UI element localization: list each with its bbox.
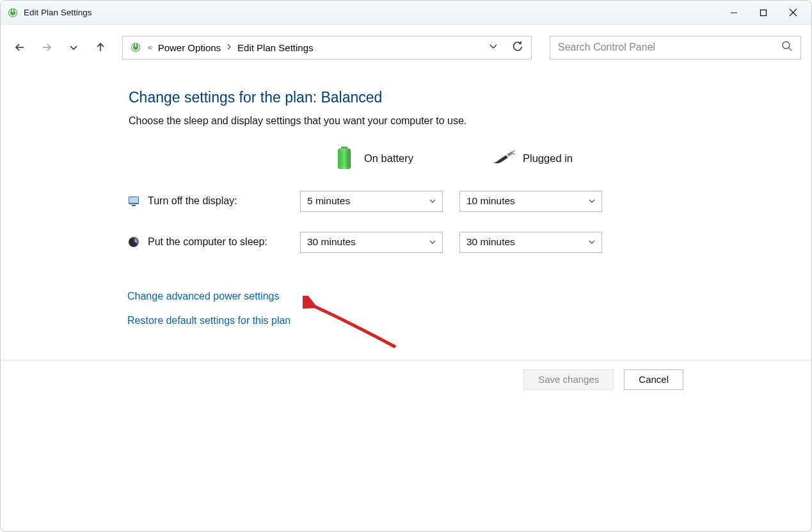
close-button[interactable] xyxy=(778,3,808,23)
nav-toolbar: « Power Options Edit Plan Settings xyxy=(1,25,811,70)
save-button[interactable]: Save changes xyxy=(523,369,614,390)
svg-line-12 xyxy=(789,48,792,51)
chevron-down-icon xyxy=(589,197,595,206)
dropdown-sleep-plugged-value: 30 minutes xyxy=(466,236,515,248)
dropdown-sleep-battery[interactable]: 30 minutes xyxy=(300,232,443,253)
display-icon xyxy=(127,195,140,207)
svg-rect-3 xyxy=(761,10,767,15)
chevron-down-icon xyxy=(429,238,436,246)
svg-rect-10 xyxy=(135,44,136,47)
search-box[interactable] xyxy=(550,36,801,60)
content-pane: Change settings for the plan: Balanced C… xyxy=(1,70,811,326)
column-header-battery-label: On battery xyxy=(364,152,413,165)
dropdown-display-plugged[interactable]: 10 minutes xyxy=(459,191,602,212)
address-bar[interactable]: « Power Options Edit Plan Settings xyxy=(122,36,532,60)
page-heading: Change settings for the plan: Balanced xyxy=(129,89,811,106)
row-turn-off-display: Turn off the display: 5 minutes 10 minut… xyxy=(127,189,811,213)
breadcrumb-overflow-icon[interactable]: « xyxy=(147,43,153,52)
dropdown-display-battery[interactable]: 5 minutes xyxy=(300,191,443,212)
row-display-label: Turn off the display: xyxy=(148,195,237,207)
power-options-icon xyxy=(129,41,142,54)
address-history-button[interactable] xyxy=(489,42,498,53)
chevron-down-icon xyxy=(429,197,436,206)
breadcrumb-edit-plan-settings[interactable]: Edit Plan Settings xyxy=(237,42,313,53)
plug-icon xyxy=(491,146,515,170)
link-advanced-power-settings[interactable]: Change advanced power settings xyxy=(127,291,811,302)
search-icon[interactable] xyxy=(781,40,793,54)
sleep-icon xyxy=(127,236,140,248)
search-input[interactable] xyxy=(558,42,781,53)
minimize-button[interactable] xyxy=(719,3,749,23)
dropdown-display-plugged-value: 10 minutes xyxy=(466,195,515,207)
dropdown-sleep-battery-value: 30 minutes xyxy=(307,236,356,248)
column-header-battery: On battery xyxy=(332,146,491,170)
forward-button[interactable] xyxy=(38,38,56,56)
svg-rect-1 xyxy=(12,9,13,12)
svg-rect-20 xyxy=(129,197,138,203)
back-button[interactable] xyxy=(11,38,29,56)
battery-icon xyxy=(332,146,356,170)
svg-point-11 xyxy=(783,42,790,49)
svg-line-18 xyxy=(513,153,515,155)
column-header-plugged: Plugged in xyxy=(491,146,649,170)
window-titlebar: Edit Plan Settings xyxy=(1,1,811,25)
row-sleep-label: Put the computer to sleep: xyxy=(148,236,267,248)
refresh-button[interactable] xyxy=(512,41,523,54)
maximize-button[interactable] xyxy=(749,3,778,23)
breadcrumb-power-options[interactable]: Power Options xyxy=(158,42,221,53)
recent-locations-button[interactable] xyxy=(65,38,83,56)
power-options-icon xyxy=(7,7,19,19)
page-description: Choose the sleep and display settings th… xyxy=(129,115,811,127)
column-header-plugged-label: Plugged in xyxy=(523,152,573,165)
window-title: Edit Plan Settings xyxy=(24,8,92,17)
svg-rect-14 xyxy=(338,149,351,169)
breadcrumb-separator-icon xyxy=(226,43,232,52)
footer-bar: Save changes Cancel xyxy=(1,360,811,398)
dropdown-display-battery-value: 5 minutes xyxy=(307,195,350,207)
link-restore-defaults[interactable]: Restore default settings for this plan xyxy=(127,315,811,326)
row-put-to-sleep: Put the computer to sleep: 30 minutes 30… xyxy=(127,230,811,254)
svg-rect-21 xyxy=(132,205,136,206)
dropdown-sleep-plugged[interactable]: 30 minutes xyxy=(459,232,602,253)
up-button[interactable] xyxy=(92,38,109,56)
cancel-button[interactable]: Cancel xyxy=(624,369,683,390)
chevron-down-icon xyxy=(589,238,595,246)
